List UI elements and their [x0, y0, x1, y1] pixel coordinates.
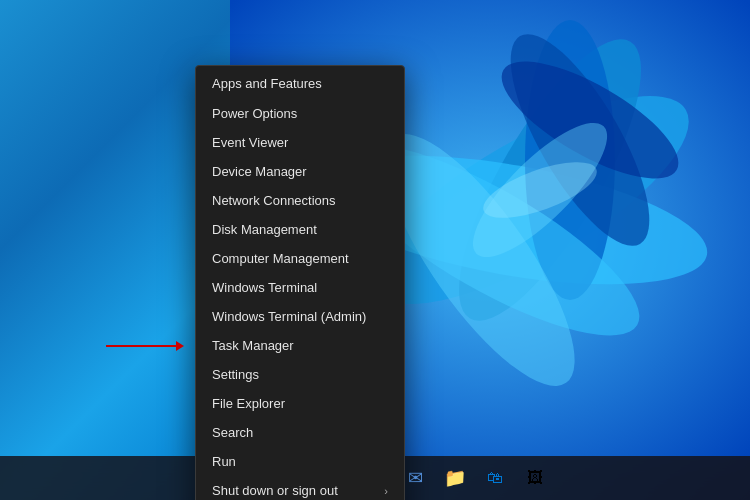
menu-item-label: Run: [212, 454, 236, 469]
menu-item-label: Computer Management: [212, 251, 349, 266]
menu-item-shut-down[interactable]: Shut down or sign out›: [196, 476, 404, 500]
menu-item-label: Windows Terminal (Admin): [212, 309, 366, 324]
menu-item-apps-features[interactable]: Apps and Features: [196, 68, 404, 99]
menu-item-run[interactable]: Run: [196, 447, 404, 476]
menu-item-power-options[interactable]: Power Options: [196, 99, 404, 128]
menu-item-label: Event Viewer: [212, 135, 288, 150]
menu-item-label: File Explorer: [212, 396, 285, 411]
menu-item-label: Apps and Features: [212, 76, 322, 91]
photos-icon[interactable]: 🖼: [517, 460, 553, 496]
menu-item-label: Device Manager: [212, 164, 307, 179]
menu-item-label: Settings: [212, 367, 259, 382]
menu-item-label: Task Manager: [212, 338, 294, 353]
menu-item-event-viewer[interactable]: Event Viewer: [196, 128, 404, 157]
menu-item-network-connections[interactable]: Network Connections: [196, 186, 404, 215]
menu-item-computer-management[interactable]: Computer Management: [196, 244, 404, 273]
desktop: Apps and FeaturesPower OptionsEvent View…: [0, 0, 750, 500]
context-menu: Apps and FeaturesPower OptionsEvent View…: [195, 65, 405, 500]
menu-item-windows-terminal[interactable]: Windows Terminal: [196, 273, 404, 302]
menu-item-label: Disk Management: [212, 222, 317, 237]
menu-item-search[interactable]: Search: [196, 418, 404, 447]
store-icon[interactable]: 🛍: [477, 460, 513, 496]
submenu-arrow-icon: ›: [384, 485, 388, 497]
menu-item-device-manager[interactable]: Device Manager: [196, 157, 404, 186]
menu-item-label: Search: [212, 425, 253, 440]
task-manager-arrow-annotation: [106, 341, 184, 351]
menu-item-label: Windows Terminal: [212, 280, 317, 295]
explorer-icon[interactable]: 📁: [437, 460, 473, 496]
menu-item-label: Network Connections: [212, 193, 336, 208]
menu-item-file-explorer[interactable]: File Explorer: [196, 389, 404, 418]
menu-item-label: Shut down or sign out: [212, 483, 338, 498]
menu-item-task-manager[interactable]: Task Manager: [196, 331, 404, 360]
menu-item-settings[interactable]: Settings: [196, 360, 404, 389]
menu-item-windows-terminal-admin[interactable]: Windows Terminal (Admin): [196, 302, 404, 331]
menu-item-disk-management[interactable]: Disk Management: [196, 215, 404, 244]
menu-item-label: Power Options: [212, 106, 297, 121]
